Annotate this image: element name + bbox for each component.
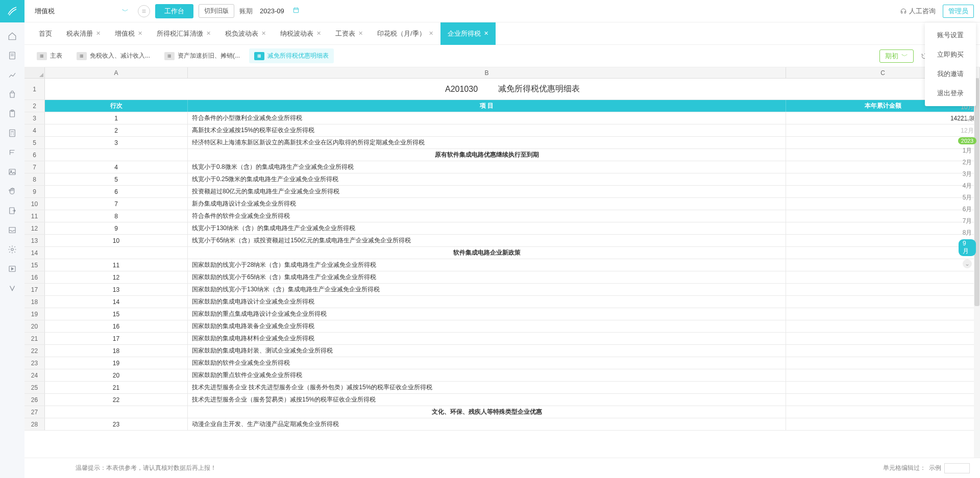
logo[interactable]	[0, 0, 24, 22]
row-number[interactable]: 22	[24, 345, 45, 357]
cell-item[interactable]: 投资额超过80亿元的集成电路生产企业减免企业所得税	[188, 186, 786, 197]
row-number[interactable]: 21	[24, 333, 45, 344]
month-item[interactable]: 9月	[959, 239, 976, 256]
calendar-icon[interactable]	[292, 7, 300, 15]
row-number[interactable]: 15	[24, 259, 45, 271]
cell-line-no[interactable]: 9	[45, 222, 188, 234]
cell-amount[interactable]	[786, 333, 980, 344]
cell-amount[interactable]	[786, 308, 980, 320]
tab-3[interactable]: 所得税汇算清缴✕	[150, 22, 218, 45]
row-number[interactable]: 5	[24, 137, 45, 148]
cell-amount[interactable]	[786, 406, 980, 418]
month-item[interactable]: 11月	[959, 114, 975, 124]
cell-item[interactable]: 国家鼓励的集成电路设计企业减免企业所得税	[188, 296, 786, 308]
row-number[interactable]: 7	[24, 161, 45, 173]
cell-line-no[interactable]: 13	[45, 284, 188, 295]
tab-6[interactable]: 工资表✕	[328, 22, 370, 45]
subtab-3[interactable]: ▦减免所得税优惠明细表	[249, 48, 334, 63]
cell-item[interactable]: 文化、环保、残疾人等特殊类型企业优惠	[188, 406, 786, 418]
cell-line-no[interactable]: 11	[45, 259, 188, 271]
cell-line-no[interactable]: 6	[45, 186, 188, 197]
cell-item[interactable]: 国家鼓励的线宽小于28纳米（含）集成电路生产企业减免企业所得税	[188, 259, 786, 271]
cell-line-no[interactable]: 5	[45, 173, 188, 185]
subtab-2[interactable]: ▦资产加速折旧、摊销(...	[159, 48, 245, 63]
row-number[interactable]: 8	[24, 173, 45, 185]
cell-item[interactable]: 国家鼓励的重点软件企业减免企业所得税	[188, 369, 786, 381]
row-number[interactable]: 11	[24, 210, 45, 222]
cell-item[interactable]: 线宽小于65纳米（含）或投资额超过150亿元的集成电路生产企业减免企业所得税	[188, 235, 786, 246]
month-item[interactable]: 12月	[959, 125, 975, 136]
row-number[interactable]: 25	[24, 382, 45, 393]
cell-item[interactable]: 国家鼓励的集成电路封装、测试企业减免企业所得税	[188, 345, 786, 357]
row-number[interactable]: 10	[24, 198, 45, 210]
cell-amount[interactable]	[786, 247, 980, 259]
cell-line-no[interactable]	[45, 247, 188, 259]
font-icon[interactable]	[0, 143, 24, 162]
cell-amount[interactable]	[786, 296, 980, 308]
cell-line-no[interactable]	[45, 149, 188, 161]
tab-8[interactable]: 企业所得税✕	[440, 22, 496, 45]
cell-item[interactable]: 原有软件集成电路优惠继续执行至到期	[188, 149, 786, 161]
user-menu-item-2[interactable]: 我的邀请	[925, 64, 976, 84]
switch-old-button[interactable]: 切到旧版	[199, 4, 234, 18]
cell-item[interactable]: 新办集成电路设计企业减免企业所得税	[188, 198, 786, 210]
cell-item[interactable]: 国家鼓励的线宽小于65纳米（含）集成电路生产企业减免企业所得税	[188, 271, 786, 283]
cell-item[interactable]: 国家鼓励的软件企业减免企业所得税	[188, 357, 786, 369]
row-number[interactable]: 13	[24, 235, 45, 246]
cell-item[interactable]: 线宽小于0.25微米的集成电路生产企业减免企业所得税	[188, 173, 786, 185]
user-menu-item-3[interactable]: 退出登录	[925, 84, 976, 103]
cell-item[interactable]: 经济特区和上海浦东新区新设立的高新技术企业在区内取得的所得定期减免企业所得税	[188, 137, 786, 148]
cell-item[interactable]: 符合条件的软件企业减免企业所得税	[188, 210, 786, 222]
tab-2[interactable]: 增值税✕	[108, 22, 150, 45]
cell-amount[interactable]	[786, 271, 980, 283]
clipboard-icon[interactable]	[0, 104, 24, 123]
bag-icon[interactable]	[0, 85, 24, 104]
month-item[interactable]: 4月	[961, 181, 974, 191]
tab-5[interactable]: 纳税波动表✕	[273, 22, 328, 45]
month-item[interactable]: 7月	[961, 216, 974, 227]
select-all-corner[interactable]	[24, 67, 45, 78]
col-header-a[interactable]: A	[45, 67, 188, 78]
month-item[interactable]: 5月	[961, 192, 974, 203]
close-icon[interactable]: ✕	[138, 30, 142, 37]
close-icon[interactable]: ✕	[358, 30, 363, 37]
cell-amount[interactable]	[786, 124, 980, 136]
image-icon[interactable]	[0, 162, 24, 182]
subtab-1[interactable]: ▦免税收入、减计收入...	[71, 48, 155, 63]
calc-icon[interactable]	[0, 123, 24, 143]
doc-icon[interactable]	[0, 46, 24, 65]
close-icon[interactable]: ✕	[206, 30, 211, 37]
row-number[interactable]: 12	[24, 222, 45, 234]
row-number[interactable]: 18	[24, 296, 45, 308]
cell-amount[interactable]	[786, 235, 980, 246]
cell-line-no[interactable]: 19	[45, 357, 188, 369]
cell-line-no[interactable]: 4	[45, 161, 188, 173]
cell-item[interactable]: 线宽小于130纳米（含）的集成电路生产企业减免企业所得税	[188, 222, 786, 234]
hand-icon[interactable]	[0, 182, 24, 201]
cell-line-no[interactable]: 7	[45, 198, 188, 210]
chart-icon[interactable]	[0, 65, 24, 85]
period-dropdown[interactable]: 期初 ﹀	[879, 49, 914, 63]
month-item[interactable]: 6月	[961, 204, 974, 215]
close-icon[interactable]: ✕	[484, 30, 488, 37]
cell-amount[interactable]	[786, 210, 980, 222]
row-number[interactable]: 2	[24, 100, 45, 112]
v-icon[interactable]	[0, 279, 24, 298]
cell-amount[interactable]	[786, 173, 980, 185]
row-number[interactable]: 16	[24, 271, 45, 283]
row-number[interactable]: 19	[24, 308, 45, 320]
close-icon[interactable]: ✕	[429, 30, 433, 37]
list-icon-button[interactable]	[138, 5, 150, 17]
user-menu-item-1[interactable]: 立即购买	[925, 45, 976, 64]
cell-item[interactable]: 国家鼓励的集成电路装备企业减免企业所得税	[188, 320, 786, 332]
month-item[interactable]: 8月	[961, 228, 974, 238]
cell-amount[interactable]	[786, 345, 980, 357]
cell-item[interactable]: 国家鼓励的重点集成电路设计企业减免企业所得税	[188, 308, 786, 320]
row-number[interactable]: 9	[24, 186, 45, 197]
cell-line-no[interactable]: 2	[45, 124, 188, 136]
cell-item[interactable]: 国家鼓励的集成电路材料企业减免企业所得税	[188, 333, 786, 344]
tab-0[interactable]: 首页	[32, 22, 59, 45]
cell-amount[interactable]	[786, 259, 980, 271]
close-icon[interactable]: ✕	[316, 30, 321, 37]
row-number[interactable]: 6	[24, 149, 45, 161]
